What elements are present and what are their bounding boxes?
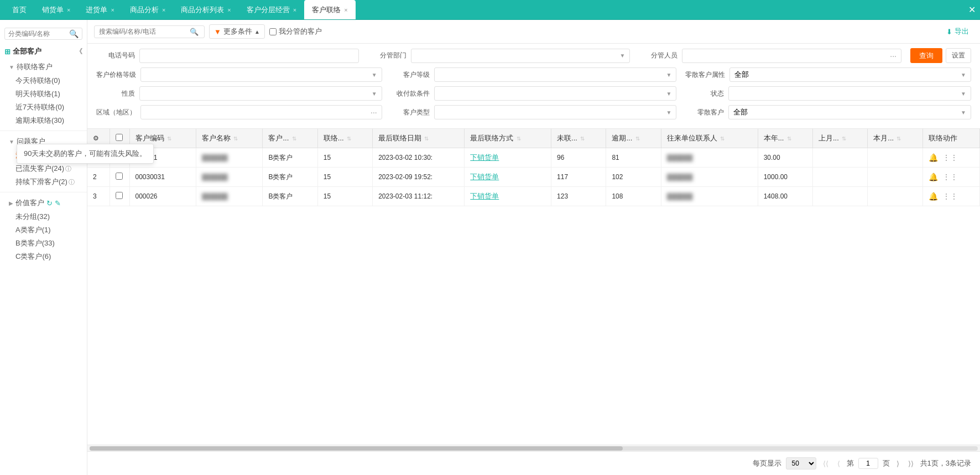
cell-overdue: 108 xyxy=(606,187,661,206)
sidebar-item-b-class[interactable]: B类客户(33) xyxy=(0,237,87,250)
cell-contact-count: 15 xyxy=(317,148,372,168)
sidebar-item-c-class[interactable]: C类客户(6) xyxy=(0,250,87,263)
last-page-btn[interactable]: ⟩⟩ xyxy=(906,458,916,469)
sort-icon-unlisted[interactable]: ⇅ xyxy=(580,135,585,142)
cell-last-month xyxy=(812,168,867,187)
action-more-icon[interactable]: ⋮⋮ xyxy=(942,192,958,201)
grade-select[interactable]: ▼ xyxy=(434,67,677,82)
tab-sales[interactable]: 销货单 × xyxy=(34,0,78,19)
page-size-select[interactable]: 50 100 200 xyxy=(786,457,816,469)
sidebar-group-value-header[interactable]: ▶ 价值客户 ↻ ✎ xyxy=(0,196,87,210)
person-more-icon[interactable]: ··· xyxy=(890,51,896,60)
tab-home[interactable]: 首页 xyxy=(4,0,34,19)
sort-icon-this-month[interactable]: ⇅ xyxy=(896,135,901,142)
sort-icon-code[interactable]: ⇅ xyxy=(167,135,171,142)
sidebar-all-customers[interactable]: ⊞ 全部客户 《 xyxy=(0,44,87,59)
my-customers-checkbox-label[interactable]: 我分管的客户 xyxy=(269,27,322,36)
sort-icon-overdue[interactable]: ⇅ xyxy=(635,135,640,142)
sort-icon-contact[interactable]: ⇅ xyxy=(347,135,351,142)
area-select[interactable]: ··· xyxy=(140,105,382,119)
cell-code: 000026 xyxy=(129,187,196,206)
next-page-btn[interactable]: ⟩ xyxy=(894,458,901,469)
cell-last-method[interactable]: 下销货单 xyxy=(465,168,551,187)
tab-close-customer-contact[interactable]: × xyxy=(344,7,347,13)
sidebar-item-a-class[interactable]: A类客户(1) xyxy=(0,223,87,237)
settings-button[interactable]: 设置 xyxy=(946,48,971,63)
action-contact-icon[interactable]: 🔔 xyxy=(929,192,938,201)
close-window-button[interactable]: ✕ xyxy=(968,4,976,15)
page-input[interactable] xyxy=(858,458,878,469)
tab-analysis-list[interactable]: 商品分析列表 × xyxy=(173,0,238,19)
first-page-btn[interactable]: ⟨⟨ xyxy=(821,458,831,469)
area-more-icon[interactable]: ··· xyxy=(371,108,377,117)
horizontal-scrollbar[interactable] xyxy=(87,445,980,451)
cell-checkbox[interactable] xyxy=(110,187,129,206)
dept-select[interactable]: ▼ xyxy=(411,49,630,63)
action-more-icon[interactable]: ⋮⋮ xyxy=(942,173,958,181)
action-more-icon[interactable]: ⋮⋮ xyxy=(942,153,958,162)
tab-close-sales[interactable]: × xyxy=(67,7,70,13)
tab-purchase[interactable]: 进货单 × xyxy=(78,0,122,19)
tab-close-customer-layer[interactable]: × xyxy=(293,7,296,13)
filter-panel: 电话号码 分管部门 ▼ 分管人员 ··· xyxy=(87,44,980,129)
filter-grade: 客户等级 ▼ xyxy=(391,67,677,82)
tab-close-analysis-list[interactable]: × xyxy=(227,7,231,13)
sort-icon-last-method[interactable]: ⇅ xyxy=(517,135,521,142)
sidebar-item-declining[interactable]: 持续下滑客户(2) ⓘ xyxy=(0,175,87,189)
sort-icon-type[interactable]: ⇅ xyxy=(292,135,296,142)
main-search-input[interactable] xyxy=(99,28,187,35)
tab-close-purchase[interactable]: × xyxy=(111,7,114,13)
refresh-icon[interactable]: ↻ xyxy=(46,199,53,207)
sidebar-group-value: ▶ 价值客户 ↻ ✎ 未分组(32) A类客户(1) B类客户(33) C类客户… xyxy=(0,195,87,264)
my-customers-checkbox[interactable] xyxy=(269,28,277,35)
more-conditions-btn[interactable]: ▼ 更多条件 ▲ xyxy=(209,24,265,39)
filter-zero-customer: 零散客户 全部 ▼ xyxy=(685,105,971,119)
action-contact-icon[interactable]: 🔔 xyxy=(929,173,938,181)
cell-last-method[interactable]: 下销货单 xyxy=(465,148,551,168)
sidebar-search-box[interactable]: 🔍 xyxy=(4,28,82,40)
sidebar-item-churned[interactable]: 已流失客户(24) ⓘ xyxy=(0,162,87,175)
sidebar-item-today[interactable]: 今天待联络(0) xyxy=(0,74,87,87)
filter-row-2: 客户价格等级 ▼ 客户等级 ▼ 零散客户属性 全部 xyxy=(96,67,971,82)
edit-icon[interactable]: ✎ xyxy=(55,199,61,207)
select-all-checkbox[interactable] xyxy=(116,134,123,141)
cell-this-month xyxy=(868,148,922,168)
price-grade-select[interactable]: ▼ xyxy=(140,67,382,82)
gender-select[interactable]: ▼ xyxy=(139,86,382,101)
sort-icon-this-year[interactable]: ⇅ xyxy=(787,135,791,142)
tab-analysis[interactable]: 商品分析 × xyxy=(122,0,173,19)
export-button[interactable]: ⬇ 导出 xyxy=(942,25,973,38)
main-search-box[interactable]: 🔍 xyxy=(94,25,205,38)
zero-customer-select[interactable]: 全部 ▼ xyxy=(728,105,971,119)
prev-page-btn[interactable]: ⟨ xyxy=(835,458,842,469)
payment-select[interactable]: ▼ xyxy=(434,86,677,101)
scroll-track[interactable] xyxy=(90,446,978,451)
tab-customer-contact[interactable]: 客户联络 × xyxy=(304,0,355,19)
sort-icon-unit-contact[interactable]: ⇅ xyxy=(720,135,724,142)
sort-icon-last-month[interactable]: ⇅ xyxy=(842,135,846,142)
scroll-thumb[interactable] xyxy=(90,446,623,451)
sidebar-search-input[interactable] xyxy=(8,30,69,38)
sidebar-item-overdue[interactable]: 逾期未联络(30) xyxy=(0,114,87,127)
th-last-method: 最后联络方式 ⇅ xyxy=(465,129,551,148)
sidebar-item-ungroup[interactable]: 未分组(32) xyxy=(0,210,87,223)
cell-last-method[interactable]: 下销货单 xyxy=(465,187,551,206)
tab-customer-layer[interactable]: 客户分层经营 × xyxy=(239,0,304,19)
tab-close-analysis[interactable]: × xyxy=(162,7,165,13)
main-search-icon[interactable]: 🔍 xyxy=(190,28,199,36)
sort-icon-last-date[interactable]: ⇅ xyxy=(424,135,429,142)
sidebar-item-7days[interactable]: 近7天待联络(0) xyxy=(0,101,87,114)
page-label: 第 xyxy=(847,458,854,468)
sort-icon-name[interactable]: ⇅ xyxy=(233,135,238,142)
zero-attr-select[interactable]: 全部 ▼ xyxy=(729,67,971,82)
customer-type-select[interactable]: ▼ xyxy=(434,105,677,119)
person-select[interactable]: ··· xyxy=(682,49,901,63)
sidebar-item-tomorrow[interactable]: 明天待联络(1) xyxy=(0,87,87,101)
cell-checkbox[interactable] xyxy=(110,168,129,187)
action-contact-icon[interactable]: 🔔 xyxy=(929,153,938,162)
status-select[interactable]: ▼ xyxy=(728,86,971,101)
phone-input[interactable] xyxy=(139,49,359,63)
query-button[interactable]: 查询 xyxy=(910,48,942,63)
sidebar-group-pending-header[interactable]: ▼ 待联络客户 xyxy=(0,60,87,74)
sidebar-collapse-icon[interactable]: 《 xyxy=(76,47,82,56)
